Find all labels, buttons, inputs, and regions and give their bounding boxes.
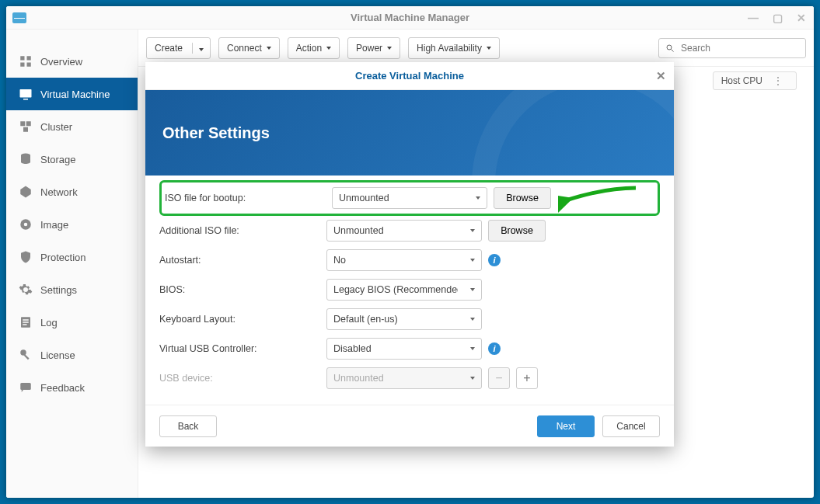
toolbar: Create Connect Action Power	[138, 30, 814, 67]
label-keyboard: Keyboard Layout:	[159, 314, 326, 325]
sidebar-item-network[interactable]: Network	[6, 176, 138, 208]
window-title: Virtual Machine Manager	[351, 12, 469, 23]
svg-line-20	[672, 49, 674, 51]
storage-icon	[19, 152, 33, 166]
gear-icon	[19, 283, 33, 297]
connect-button[interactable]: Connect	[218, 37, 280, 59]
sidebar-item-label: Network	[40, 186, 78, 198]
sidebar-item-overview[interactable]: Overview	[6, 45, 138, 78]
sidebar-item-label: Overview	[40, 56, 82, 68]
key-icon	[19, 348, 33, 362]
sidebar-item-storage[interactable]: Storage	[6, 143, 138, 176]
sidebar-item-cluster[interactable]: Cluster	[6, 110, 138, 143]
svg-rect-15	[23, 324, 26, 325]
dialog-banner-title: Other Settings	[162, 124, 270, 142]
sidebar-item-feedback[interactable]: Feedback	[6, 371, 138, 404]
remove-usb-button: −	[488, 367, 510, 389]
sidebar-item-image[interactable]: Image	[6, 208, 138, 241]
sidebar-item-label: Feedback	[40, 382, 85, 394]
chevron-down-icon	[326, 47, 331, 50]
app-icon	[12, 12, 26, 23]
svg-rect-5	[23, 99, 28, 100]
sidebar-item-protection[interactable]: Protection	[6, 241, 138, 273]
back-button[interactable]: Back	[159, 415, 217, 437]
chevron-down-icon	[470, 347, 475, 350]
select-usb-device: Unmounted	[326, 367, 482, 389]
image-icon	[19, 217, 33, 231]
select-bios[interactable]: Legacy BIOS (Recommended)	[326, 279, 482, 301]
log-icon	[19, 315, 33, 329]
create-button[interactable]: Create	[146, 37, 211, 59]
select-iso-additional[interactable]: Unmounted	[326, 220, 482, 242]
sidebar-item-label: Image	[40, 219, 68, 231]
info-icon[interactable]: i	[488, 342, 501, 355]
next-button[interactable]: Next	[537, 415, 595, 437]
overview-icon	[19, 54, 33, 68]
label-bios: BIOS:	[159, 284, 326, 295]
dialog-banner: Other Settings	[145, 90, 674, 176]
chevron-down-icon	[470, 318, 475, 321]
info-icon[interactable]: i	[488, 254, 501, 266]
sidebar-item-log[interactable]: Log	[6, 306, 138, 339]
row-bios: BIOS: Legacy BIOS (Recommended)	[159, 275, 660, 304]
svg-rect-6	[20, 121, 25, 126]
label-iso-additional: Additional ISO file:	[159, 225, 326, 236]
chevron-down-icon	[387, 47, 392, 50]
row-usb-device: USB device: Unmounted − +	[159, 363, 660, 393]
search-icon	[665, 43, 675, 54]
host-cpu-chip[interactable]: Host CPU ⋮	[713, 71, 797, 90]
svg-rect-4	[20, 89, 32, 98]
power-button[interactable]: Power	[347, 37, 400, 59]
chevron-down-icon	[470, 288, 475, 291]
dialog-title: Create Virtual Machine	[355, 70, 464, 82]
svg-rect-18	[20, 383, 31, 390]
shield-icon	[19, 250, 33, 264]
dialog-footer: Back Next Cancel	[145, 405, 674, 447]
vm-icon	[19, 87, 33, 101]
chevron-down-icon	[470, 377, 475, 380]
chevron-down-icon	[267, 47, 271, 50]
sidebar-item-label: Log	[40, 317, 58, 328]
sidebar-item-virtual-machine[interactable]: Virtual Machine	[6, 78, 138, 110]
window-maximize-icon[interactable]: ▢	[771, 12, 784, 24]
svg-point-19	[667, 45, 672, 50]
high-availability-button[interactable]: High Availability	[408, 37, 500, 59]
sidebar-item-label: Cluster	[40, 121, 72, 133]
sidebar-item-license[interactable]: License	[6, 339, 138, 371]
svg-rect-17	[24, 354, 30, 360]
sidebar-item-settings[interactable]: Settings	[6, 273, 138, 306]
row-usb-controller: Virtual USB Controller: Disabled i	[159, 334, 660, 363]
sidebar-item-label: Settings	[40, 284, 77, 296]
add-usb-button[interactable]: +	[516, 367, 538, 389]
chevron-down-icon	[470, 229, 475, 232]
dialog-close-icon[interactable]: ✕	[656, 69, 666, 83]
sidebar-item-label: Storage	[40, 154, 76, 165]
cancel-button[interactable]: Cancel	[602, 415, 660, 437]
search-field[interactable]	[658, 38, 806, 58]
dialog-titlebar: Create Virtual Machine ✕	[145, 62, 674, 90]
search-input[interactable]	[679, 42, 799, 54]
select-iso-bootup[interactable]: Unmounted	[332, 187, 487, 209]
chevron-down-icon	[487, 47, 491, 50]
select-usb-controller[interactable]: Disabled	[326, 338, 482, 360]
network-icon	[19, 185, 33, 199]
select-autostart[interactable]: No	[326, 249, 482, 271]
action-button[interactable]: Action	[288, 37, 340, 59]
sidebar-item-label: Virtual Machine	[40, 89, 110, 100]
window-close-icon[interactable]: ✕	[795, 12, 808, 24]
browse-iso-additional-button[interactable]: Browse	[488, 220, 546, 242]
sidebar-item-label: License	[40, 349, 75, 361]
more-icon[interactable]: ⋮	[773, 75, 782, 86]
select-keyboard[interactable]: Default (en-us)	[326, 308, 482, 330]
chevron-down-icon	[470, 259, 475, 262]
create-vm-dialog: Create Virtual Machine ✕ Other Settings …	[145, 62, 674, 447]
svg-rect-2	[20, 63, 24, 67]
svg-rect-7	[26, 121, 31, 126]
browse-iso-bootup-button[interactable]: Browse	[494, 187, 551, 209]
svg-rect-14	[23, 322, 29, 323]
window-minimize-icon[interactable]: —	[746, 12, 760, 24]
window-titlebar: Virtual Machine Manager — ▢ ✕	[6, 6, 814, 30]
label-iso-bootup: ISO file for bootup:	[165, 193, 332, 203]
svg-rect-0	[20, 56, 24, 60]
chevron-down-icon	[476, 196, 480, 200]
